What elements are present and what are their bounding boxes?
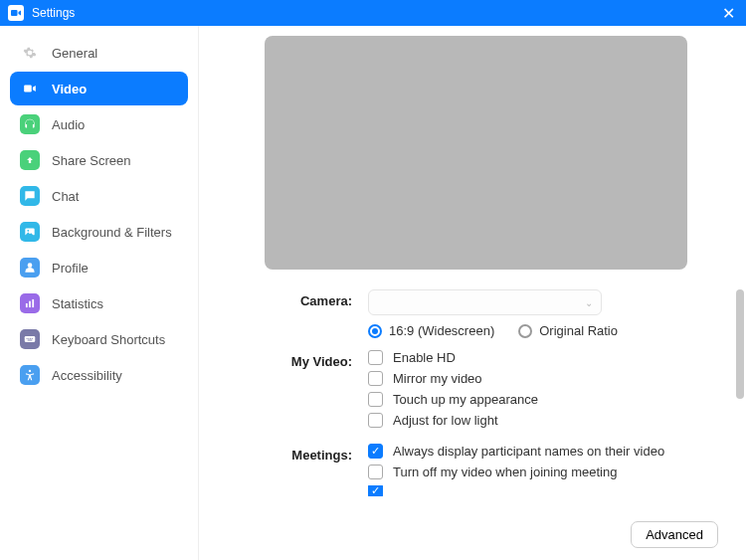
checkbox-mirror[interactable]: [368, 371, 383, 386]
profile-icon: [20, 258, 40, 278]
checkbox-show-names[interactable]: [368, 444, 383, 459]
sidebar-item-general[interactable]: General: [10, 36, 188, 70]
radio-original-label: Original Ratio: [539, 323, 618, 338]
content-pane: Camera: ⌄ 16:9 (Widescreen) Original: [199, 26, 746, 560]
svg-rect-12: [32, 338, 33, 339]
svg-rect-13: [28, 340, 33, 341]
svg-rect-11: [30, 338, 31, 339]
svg-rect-10: [28, 338, 29, 339]
accessibility-icon: [20, 365, 40, 385]
sidebar-item-label: Share Screen: [52, 153, 131, 168]
sidebar-item-label: Audio: [52, 117, 85, 132]
sidebar-item-share-screen[interactable]: Share Screen: [10, 143, 188, 177]
sidebar-item-label: Background & Filters: [52, 225, 172, 240]
radio-widescreen-label: 16:9 (Widescreen): [389, 323, 494, 338]
app-icon: [8, 5, 24, 21]
checkbox-partial[interactable]: [368, 485, 383, 496]
checkbox-hd-label: Enable HD: [393, 350, 456, 365]
checkbox-names-label: Always display participant names on thei…: [393, 444, 664, 459]
keyboard-icon: [20, 329, 40, 349]
sidebar-item-label: Keyboard Shortcuts: [52, 332, 165, 347]
sidebar-item-label: General: [52, 46, 97, 61]
statistics-icon: [20, 293, 40, 313]
title-bar: Settings ✕: [0, 0, 746, 26]
camera-select[interactable]: ⌄: [368, 289, 602, 315]
background-icon: [20, 222, 40, 242]
sidebar-item-video[interactable]: Video: [10, 72, 188, 105]
svg-point-3: [27, 230, 29, 232]
share-screen-icon: [20, 150, 40, 170]
scrollbar-thumb[interactable]: [736, 289, 744, 399]
svg-rect-0: [11, 10, 18, 16]
camera-label: Camera:: [249, 289, 368, 344]
headphones-icon: [20, 114, 40, 134]
advanced-button[interactable]: Advanced: [631, 521, 718, 548]
svg-point-4: [28, 263, 33, 268]
sidebar: General Video Audio Share Screen Chat: [0, 26, 199, 560]
chat-icon: [20, 186, 40, 206]
myvideo-label: My Video:: [249, 350, 368, 434]
checkbox-mirror-label: Mirror my video: [393, 371, 482, 386]
checkbox-turnoff-label: Turn off my video when joining meeting: [393, 465, 617, 479]
close-icon[interactable]: ✕: [718, 3, 738, 23]
window-title: Settings: [32, 6, 718, 20]
svg-rect-9: [27, 338, 28, 339]
sidebar-item-keyboard[interactable]: Keyboard Shortcuts: [10, 322, 188, 356]
sidebar-item-label: Accessibility: [52, 368, 122, 383]
svg-rect-8: [25, 336, 36, 342]
sidebar-item-statistics[interactable]: Statistics: [10, 286, 188, 320]
sidebar-item-label: Video: [52, 82, 87, 96]
svg-rect-5: [26, 303, 28, 307]
checkbox-touchup-label: Touch up my appearance: [393, 392, 538, 407]
sidebar-item-label: Statistics: [52, 296, 103, 311]
video-icon: [20, 79, 40, 98]
sidebar-item-label: Chat: [52, 189, 79, 204]
svg-rect-6: [29, 301, 31, 307]
radio-original[interactable]: [518, 324, 532, 338]
checkbox-enable-hd[interactable]: [368, 350, 383, 365]
svg-point-14: [29, 370, 31, 372]
sidebar-item-background[interactable]: Background & Filters: [10, 215, 188, 249]
sidebar-item-label: Profile: [52, 261, 89, 276]
svg-rect-1: [24, 86, 32, 93]
checkbox-lowlight[interactable]: [368, 413, 383, 428]
gear-icon: [20, 43, 40, 63]
sidebar-item-audio[interactable]: Audio: [10, 107, 188, 141]
checkbox-lowlight-label: Adjust for low light: [393, 413, 498, 428]
sidebar-item-chat[interactable]: Chat: [10, 179, 188, 213]
sidebar-item-accessibility[interactable]: Accessibility: [10, 358, 188, 392]
checkbox-touchup[interactable]: [368, 392, 383, 407]
meetings-label: Meetings:: [249, 444, 368, 502]
chevron-down-icon: ⌄: [585, 297, 593, 308]
checkbox-turnoff[interactable]: [368, 465, 383, 479]
video-preview: [265, 36, 687, 270]
sidebar-item-profile[interactable]: Profile: [10, 251, 188, 284]
radio-widescreen[interactable]: [368, 324, 382, 338]
svg-rect-7: [32, 299, 34, 307]
